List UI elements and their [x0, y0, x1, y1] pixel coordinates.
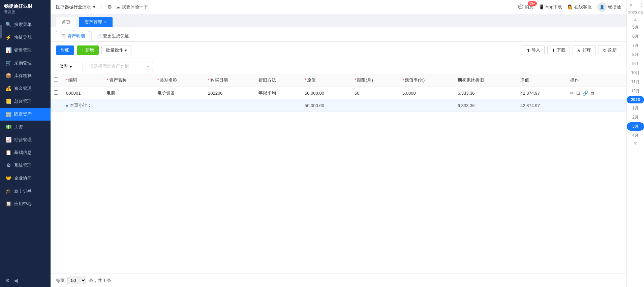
tab-label-home: 首页 — [62, 20, 70, 25]
print-button[interactable]: 🖨 打印 — [573, 45, 596, 55]
download-button[interactable]: ⬇ 下载 — [547, 45, 570, 55]
subtab-icon-asset-detail: 📋 — [61, 34, 66, 38]
sidebar-item-fixed-assets[interactable]: 🏢固定资产 — [0, 108, 51, 121]
col-residual-rate: *残值率(%) — [399, 74, 454, 87]
sidebar-item-inventory[interactable]: 📦库存核算 — [0, 69, 51, 82]
select-all-checkbox[interactable] — [54, 77, 58, 82]
app-download-button[interactable]: 📱 App下载 — [539, 4, 562, 10]
reconcile-button[interactable]: 对账 — [56, 45, 74, 55]
delete-icon[interactable]: 🗑 — [590, 90, 595, 96]
sidebar-item-purchase[interactable]: 🛒采购管理 — [0, 57, 51, 69]
panel-year-title: 2023.03 — [627, 10, 644, 16]
month-8[interactable]: 8月 — [627, 51, 644, 59]
table-row: 000001 电脑 电子设备 202206 年限平均 50,000.00 60 … — [51, 87, 626, 99]
company-selector[interactable]: 医疗器械行业演示 ▾ — [56, 4, 95, 10]
asset-table: *编码 *资产名称 *类别名称 *购买日期 折旧方法 *原值 *期限(月) *残… — [51, 74, 626, 112]
month-11[interactable]: 11月 — [627, 78, 644, 86]
messages-button[interactable]: 💬 消息 99+ — [518, 4, 533, 10]
sidebar: 畅捷通好业财 普及版 🔍搜索菜单⚡快捷导航📊销售管理🛒采购管理📦库存核算💰资金管… — [0, 0, 51, 287]
expand-panel-icon[interactable]: ⛶ — [638, 3, 642, 8]
col-original-value: *原值 — [301, 74, 351, 87]
row-name: 电脑 — [103, 87, 154, 99]
subtab-asset-detail[interactable]: 📋资产明细 — [56, 31, 90, 41]
filter-area: 类别 ▾ 请选择固定资产类别 ▾ — [51, 59, 626, 74]
sidebar-item-funds[interactable]: 💰资金管理 — [0, 82, 51, 95]
month-2[interactable]: 2月 — [627, 113, 644, 122]
settings-icon[interactable]: ⚙ — [5, 278, 10, 284]
sidebar-label-search-menu: 搜索菜单 — [14, 22, 32, 28]
row-check-0[interactable] — [54, 90, 58, 95]
sidebar-item-system[interactable]: ⚙系统管理 — [0, 159, 51, 172]
user-area[interactable]: 👤 畅捷通 — [597, 2, 621, 12]
edit-icon[interactable]: ✏ — [570, 90, 574, 96]
logo-title: 畅捷通好业财 — [4, 3, 47, 9]
new-button[interactable]: + 新增 — [77, 45, 99, 55]
month-9[interactable]: 9月 — [627, 60, 644, 68]
sidebar-item-ledger[interactable]: 📒总账管理 — [0, 95, 51, 108]
service-icon: 💁 — [568, 4, 573, 9]
row-category: 电子设备 — [154, 87, 205, 99]
sidebar-icon-guide: 🎓 — [5, 188, 11, 194]
sidebar-item-app-center[interactable]: 🔲应用中心 — [0, 197, 51, 210]
month-4[interactable]: 4月 — [627, 131, 644, 140]
month-10[interactable]: 10月 — [627, 69, 644, 77]
refresh-button[interactable]: ↻ 刷新 — [599, 45, 621, 55]
per-page-select[interactable]: 102050100 — [67, 277, 86, 284]
year-2023[interactable]: 2023 — [627, 96, 644, 103]
col-depreciation-method: 折旧方法 — [255, 74, 301, 87]
sidebar-label-inventory: 库存核算 — [14, 73, 32, 79]
settings-gear-icon[interactable]: ⚙ — [107, 4, 112, 10]
import-button[interactable]: ⬆ 导入 — [522, 45, 545, 55]
col-operations: 操作 — [567, 74, 626, 87]
topbar-divider: | — [101, 4, 102, 9]
month-3-current[interactable]: 3月 — [627, 122, 644, 131]
month-12[interactable]: 12月 — [627, 87, 644, 95]
app-download-label: App下载 — [546, 4, 562, 10]
sidebar-icon-operations: 📈 — [5, 137, 11, 143]
row-residual-rate: 5.0000 — [399, 87, 454, 99]
sidebar-item-payroll[interactable]: 💵工资 — [0, 121, 51, 133]
scroll-up-arrow[interactable]: ▲ — [633, 17, 638, 23]
row-code: 000001 — [63, 87, 103, 99]
copy-icon[interactable]: ⊡ — [576, 90, 580, 96]
tab-home[interactable]: 首页 — [56, 17, 76, 27]
tab-close-asset-mgmt[interactable]: × — [104, 20, 107, 25]
category-type-select[interactable]: 类别 ▾ — [56, 62, 83, 71]
month-7[interactable]: 7月 — [627, 41, 644, 50]
main-content: 医疗器械行业演示 ▾ | ⚙ ☁ 我要体验一下 💬 消息 99+ 📱 App下载… — [51, 0, 626, 287]
row-ops: ✏ ⊡ 🔗 🗑 — [567, 87, 626, 99]
collapse-icon[interactable]: ◀ — [14, 278, 18, 284]
row-purchase-date: 202206 — [205, 87, 255, 99]
row-net-value: 42,874.97 — [517, 87, 567, 99]
link-icon[interactable]: 🔗 — [582, 90, 588, 96]
subtab-gen-voucher[interactable]: 📄变更生成凭证 — [91, 31, 134, 41]
sidebar-item-search-menu[interactable]: 🔍搜索菜单 — [0, 18, 51, 31]
subtab-icon-gen-voucher: 📄 — [96, 34, 101, 38]
experience-button[interactable]: ☁ 我要体验一下 — [116, 4, 148, 10]
sidebar-item-cooperation[interactable]: 🤝企业协同 — [0, 172, 51, 185]
sidebar-item-guide[interactable]: 🎓新手引导 — [0, 185, 51, 197]
sidebar-item-operations[interactable]: 📈经营管理 — [0, 133, 51, 146]
filter-value-dropdown-icon: ▾ — [147, 64, 149, 69]
row-checkbox[interactable] — [51, 87, 63, 99]
scroll-down-arrow[interactable]: ▼ — [633, 140, 638, 147]
col-purchase-date: *购买日期 — [205, 74, 255, 87]
sidebar-item-sales[interactable]: 📊销售管理 — [0, 44, 51, 57]
online-service-button[interactable]: 💁 在线客服 — [568, 4, 592, 10]
tab-asset-mgmt[interactable]: 资产管理× — [79, 17, 113, 27]
category-value-select[interactable]: 请选择固定资产类别 ▾ — [86, 62, 153, 71]
messages-badge: 99+ — [528, 1, 537, 6]
row-accumulated: 6,333.36 — [454, 87, 517, 99]
right-panel-header: ✕ ⛶ — [627, 3, 644, 8]
month-6[interactable]: 6月 — [627, 32, 644, 41]
month-5[interactable]: 5月 — [627, 23, 644, 32]
sidebar-item-quick-nav[interactable]: ⚡快捷导航 — [0, 31, 51, 44]
month-1[interactable]: 1月 — [627, 104, 644, 113]
col-accumulated: 期初累计折旧 — [454, 74, 517, 87]
tab-label-asset-mgmt: 资产管理 — [85, 20, 102, 25]
sidebar-icon-app-center: 🔲 — [5, 201, 11, 207]
close-panel-icon[interactable]: ✕ — [629, 3, 633, 8]
sidebar-item-basic-info[interactable]: 📋基础信息 — [0, 146, 51, 159]
sidebar-icon-cooperation: 🤝 — [5, 175, 11, 181]
batch-ops-button[interactable]: 批量操作 ▾ — [101, 45, 131, 55]
